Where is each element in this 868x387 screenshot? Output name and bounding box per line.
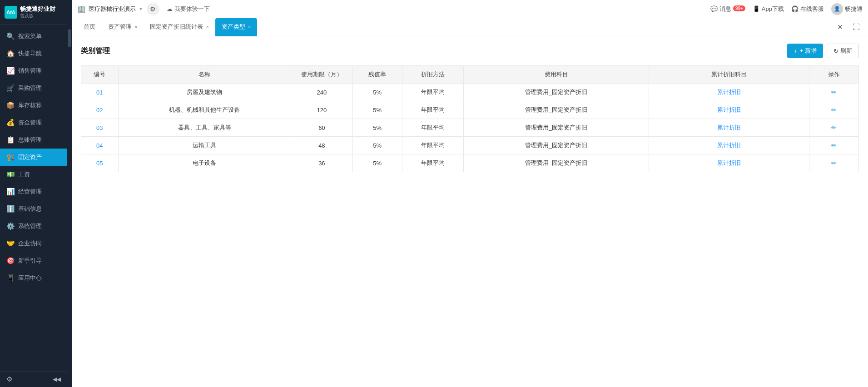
- enterprise-icon: 🤝: [6, 239, 15, 248]
- edit-button[interactable]: ✏: [831, 142, 837, 149]
- cell-op: ✏: [809, 84, 859, 101]
- top-bar-right: 💬 消息 99+ 📱 App下载 🎧 在线客服 👤 畅捷通: [710, 3, 863, 15]
- sidebar-item-label: 销售管理: [18, 67, 42, 75]
- top-bar: 🏢 医疗器械行业演示 ▼ ⚙ ☁ 我要体验一下 💬 消息 99+ 📱 App下载: [72, 0, 868, 18]
- tab-bar-actions: ✕ ⛶: [833, 21, 863, 34]
- company-selector[interactable]: 🏢 医疗器械行业演示 ▼: [77, 5, 143, 13]
- refresh-button[interactable]: ↻ 刷新: [827, 44, 859, 58]
- cell-3: 5%: [352, 101, 402, 119]
- messages-button[interactable]: 💬 消息 99+: [710, 5, 745, 13]
- col-header-period: 使用期限（月）: [291, 66, 352, 84]
- sidebar-bottom: ⚙ ◀◀: [0, 371, 67, 387]
- cell-3: 5%: [352, 84, 402, 101]
- sidebar-scrollbar[interactable]: [68, 29, 71, 47]
- close-icon: ✕: [837, 23, 843, 31]
- inventory-icon: 📦: [6, 101, 15, 109]
- tab-home-label: 首页: [84, 23, 95, 31]
- sidebar-item-operations[interactable]: 📊 经营管理: [0, 183, 67, 200]
- cell-1: 机器、机械和其他生产设备: [118, 101, 291, 119]
- edit-button[interactable]: ✏: [831, 159, 837, 167]
- user-button[interactable]: 👤 畅捷通: [831, 3, 863, 15]
- row-id-link[interactable]: 05: [96, 160, 103, 167]
- company-name: 医疗器械行业演示: [89, 5, 136, 13]
- row-id-link[interactable]: 02: [96, 107, 103, 114]
- row-id-link[interactable]: 04: [96, 142, 103, 149]
- settings-button[interactable]: ⚙: [147, 3, 159, 15]
- close-tab-button[interactable]: ✕: [833, 21, 846, 34]
- col-header-rate: 残值率: [352, 66, 402, 84]
- tab-depreciation-close[interactable]: ×: [206, 24, 208, 30]
- sidebar-item-guide[interactable]: 🎯 新手引导: [0, 252, 67, 269]
- sidebar-item-label: 应用中心: [18, 274, 42, 282]
- cell-5: 管理费用_固定资产折旧: [464, 119, 649, 137]
- sidebar-item-sales[interactable]: 📈 销售管理: [0, 62, 67, 79]
- app-download-label: App下载: [762, 5, 784, 13]
- plus-icon: +: [794, 48, 797, 55]
- settings-bottom-icon[interactable]: ⚙: [6, 375, 12, 383]
- sidebar-item-system[interactable]: ⚙️ 系统管理: [0, 218, 67, 235]
- cell-2: 240: [291, 84, 352, 101]
- sidebar-item-quick-nav[interactable]: 🏠 快捷导航: [0, 45, 67, 62]
- col-header-num: 编号: [81, 66, 119, 84]
- sidebar-item-enterprise[interactable]: 🤝 企业协同: [0, 235, 67, 252]
- accumulation-link[interactable]: 累计折旧: [717, 106, 741, 113]
- sidebar-item-basic-info[interactable]: ℹ️ 基础信息: [0, 200, 67, 218]
- new-button[interactable]: + + 新增: [787, 44, 823, 58]
- sidebar-item-fixed-assets[interactable]: 🏗️ 固定资产: [0, 149, 67, 166]
- tab-asset-type[interactable]: 资产类型 ×: [215, 18, 257, 36]
- sidebar-item-salary[interactable]: 💵 工资: [0, 166, 67, 183]
- user-icon: 👤: [834, 6, 840, 12]
- sidebar-item-label: 采购管理: [18, 84, 42, 92]
- table-row: 02机器、机械和其他生产设备1205%年限平均管理费用_固定资产折旧累计折旧✏: [81, 101, 859, 119]
- tab-asset-mgmt[interactable]: 资产管理 ×: [102, 18, 144, 36]
- sidebar-item-ledger[interactable]: 📋 总账管理: [0, 131, 67, 149]
- search-icon: 🔍: [6, 32, 15, 40]
- cell-id: 02: [81, 101, 119, 119]
- edit-button[interactable]: ✏: [831, 106, 837, 114]
- experience-button[interactable]: ☁ 我要体验一下: [163, 3, 213, 15]
- sidebar-nav: 🔍 搜索菜单 🏠 快捷导航 📈 销售管理 🛒 采购管理 📦 库存核算 💰 资金管…: [0, 25, 67, 371]
- sidebar-item-label: 库存核算: [18, 101, 42, 109]
- sidebar-item-purchase[interactable]: 🛒 采购管理: [0, 79, 67, 97]
- cell-accumulation: 累计折旧: [649, 137, 809, 154]
- sidebar-item-label: 新手引导: [18, 257, 42, 265]
- tab-asset-mgmt-close[interactable]: ×: [134, 24, 137, 30]
- table-row: 04运输工具485%年限平均管理费用_固定资产折旧累计折旧✏: [81, 137, 859, 154]
- cell-accumulation: 累计折旧: [649, 119, 809, 137]
- maximize-icon: ⛶: [853, 23, 860, 31]
- online-service-button[interactable]: 🎧 在线客服: [791, 5, 824, 13]
- app-download-button[interactable]: 📱 App下载: [753, 5, 784, 13]
- capital-icon: 💰: [6, 119, 15, 127]
- cell-1: 电子设备: [118, 154, 291, 172]
- sidebar-item-label: 固定资产: [18, 153, 42, 161]
- accumulation-link[interactable]: 累计折旧: [717, 89, 741, 95]
- maximize-button[interactable]: ⛶: [850, 21, 863, 34]
- sidebar-item-label: 资金管理: [18, 119, 42, 127]
- sidebar-item-inventory[interactable]: 📦 库存核算: [0, 97, 67, 114]
- row-id-link[interactable]: 03: [96, 124, 103, 131]
- tab-home[interactable]: 首页: [77, 18, 102, 36]
- table-row: 01房屋及建筑物2405%年限平均管理费用_固定资产折旧累计折旧✏: [81, 84, 859, 101]
- col-header-expense: 费用科目: [464, 66, 649, 84]
- tab-asset-type-close[interactable]: ×: [248, 24, 251, 30]
- cell-2: 48: [291, 137, 352, 154]
- sidebar-item-search[interactable]: 🔍 搜索菜单: [0, 28, 67, 45]
- content-area: 类别管理 + + 新增 ↻ 刷新 编号 名称 使用期限（月） 残值率: [72, 36, 868, 387]
- tab-depreciation-table[interactable]: 固定资产折旧统计表 ×: [144, 18, 215, 36]
- sidebar-item-capital[interactable]: 💰 资金管理: [0, 114, 67, 131]
- online-service-label: 在线客服: [800, 5, 824, 13]
- sidebar-item-app-center[interactable]: 📱 应用中心: [0, 269, 67, 287]
- collapse-icon[interactable]: ◀◀: [53, 376, 61, 382]
- page-header: 类别管理 + + 新增 ↻ 刷新: [81, 44, 859, 58]
- edit-button[interactable]: ✏: [831, 89, 837, 96]
- cell-3: 5%: [352, 154, 402, 172]
- edit-button[interactable]: ✏: [831, 124, 837, 131]
- row-id-link[interactable]: 01: [96, 89, 103, 96]
- accumulation-link[interactable]: 累计折旧: [717, 142, 741, 149]
- accumulation-link[interactable]: 累计折旧: [717, 124, 741, 131]
- table-header-row: 编号 名称 使用期限（月） 残值率 折旧方法 费用科目 累计折旧科目 操作: [81, 66, 859, 84]
- accumulation-link[interactable]: 累计折旧: [717, 159, 741, 166]
- sidebar-item-label: 企业协同: [18, 239, 42, 248]
- logo-icon: AtA: [5, 6, 17, 19]
- guide-icon: 🎯: [6, 257, 15, 265]
